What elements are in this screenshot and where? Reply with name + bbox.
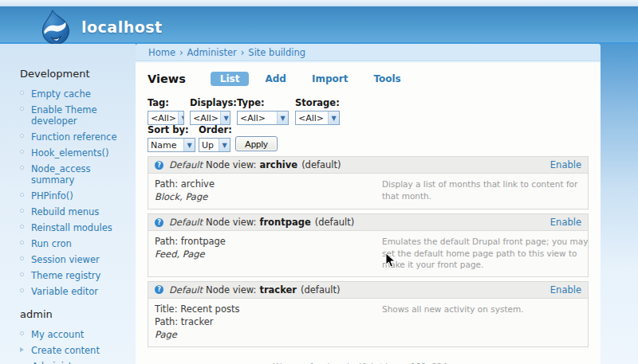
sort-by-label: Sort by: bbox=[148, 124, 195, 135]
view-displays: Block, Page bbox=[155, 190, 382, 203]
view-type: Default bbox=[169, 159, 203, 170]
enable-link[interactable]: Enable bbox=[550, 159, 581, 170]
breadcrumb: Home › Administer › Site building bbox=[136, 44, 601, 61]
filter-displays-label: Displays: bbox=[190, 97, 237, 108]
circle-bullet-icon bbox=[20, 225, 24, 229]
view-name: archive bbox=[259, 159, 297, 170]
displays-select[interactable]: <All>▼ bbox=[190, 111, 230, 125]
filter-type-label: Type: bbox=[237, 97, 289, 108]
dropdown-arrow-icon: ▼ bbox=[178, 112, 184, 124]
main-content: Views List Add Import Tools Tag: <All>▼ … bbox=[136, 61, 601, 364]
sidebar-item-variable-editor[interactable]: Variable editor bbox=[20, 286, 126, 297]
breadcrumb-separator: › bbox=[179, 47, 183, 58]
filter-storage-label: Storage: bbox=[295, 97, 340, 108]
circle-bullet-icon bbox=[20, 91, 24, 95]
dropdown-arrow-icon: ▼ bbox=[277, 112, 288, 124]
filter-tag: Tag: <All>▼ bbox=[148, 97, 184, 125]
sidebar-list-admin: My account Create content Administer Con… bbox=[20, 329, 136, 364]
screen: localhost Development Empty cache Enable… bbox=[0, 0, 638, 364]
sidebar-item-reinstall-modules[interactable]: Reinstall modules bbox=[20, 222, 126, 233]
views-list: ? Default Node view: archive (default) E… bbox=[148, 156, 589, 347]
sidebar-item-theme-registry[interactable]: Theme registry bbox=[20, 270, 126, 281]
view-name: tracker bbox=[259, 284, 297, 296]
circle-bullet-icon bbox=[20, 193, 24, 197]
tab-add[interactable]: Add bbox=[255, 72, 295, 86]
view-path: Path: tracker bbox=[155, 315, 382, 328]
sidebar-item-session-viewer[interactable]: Session viewer bbox=[20, 254, 126, 265]
filter-displays: Displays: <All>▼ bbox=[190, 97, 237, 125]
circle-bullet-icon bbox=[20, 288, 24, 292]
tab-import[interactable]: Import bbox=[302, 72, 357, 86]
dropdown-arrow-icon: ▼ bbox=[328, 112, 339, 124]
sidebar-item-function-reference[interactable]: Function reference bbox=[20, 131, 126, 143]
type-select[interactable]: <All>▼ bbox=[237, 111, 289, 125]
filters: Tag: <All>▼ Displays: <All>▼ Type: <All>… bbox=[148, 97, 589, 150]
breadcrumb-site-building[interactable]: Site building bbox=[248, 47, 305, 58]
view-suffix: (default) bbox=[301, 159, 341, 170]
circle-bullet-icon bbox=[20, 256, 24, 260]
tag-select[interactable]: <All>▼ bbox=[148, 111, 184, 125]
help-info-icon[interactable]: ? bbox=[155, 285, 163, 294]
tab-tools[interactable]: Tools bbox=[364, 72, 410, 86]
view-row-tracker: ? Default Node view: tracker (default) E… bbox=[148, 281, 589, 347]
site-name[interactable]: localhost bbox=[81, 18, 163, 36]
circle-bullet-icon bbox=[20, 331, 24, 335]
top-strip bbox=[0, 0, 638, 6]
sidebar-item-administer[interactable]: Administer bbox=[20, 361, 126, 364]
view-kind: Node view: bbox=[206, 284, 256, 296]
view-row-header: ? Default Node view: tracker (default) E… bbox=[148, 282, 588, 299]
order-select[interactable]: Up▼ bbox=[199, 138, 230, 152]
breadcrumb-administer[interactable]: Administer bbox=[187, 47, 237, 58]
sidebar-item-node-access-summary[interactable]: Node_access summary bbox=[20, 163, 126, 186]
view-kind: Node view: bbox=[206, 159, 256, 170]
sidebar-item-enable-theme-developer[interactable]: Enable Theme developer bbox=[20, 104, 126, 127]
filter-tag-label: Tag: bbox=[148, 97, 184, 108]
breadcrumb-home[interactable]: Home bbox=[148, 47, 175, 58]
sidebar-item-run-cron[interactable]: Run cron bbox=[20, 238, 126, 249]
sidebar-item-empty-cache[interactable]: Empty cache bbox=[20, 88, 126, 100]
sidebar-item-my-account[interactable]: My account bbox=[20, 329, 126, 340]
view-row-header: ? Default Node view: frontpage (default)… bbox=[148, 214, 588, 231]
sidebar-item-phpinfo[interactable]: PHPinfo() bbox=[20, 190, 126, 202]
view-displays: Feed, Page bbox=[155, 248, 382, 260]
circle-bullet-icon bbox=[20, 272, 24, 276]
view-type: Default bbox=[169, 284, 203, 296]
tabs: List Add Import Tools bbox=[211, 72, 417, 86]
help-info-icon[interactable]: ? bbox=[155, 218, 163, 227]
view-displays: Page bbox=[155, 328, 382, 341]
view-type: Default bbox=[169, 217, 203, 228]
enable-link[interactable]: Enable bbox=[550, 217, 581, 228]
sort-by-select[interactable]: Name▼ bbox=[148, 138, 195, 152]
view-row-header: ? Default Node view: archive (default) E… bbox=[148, 157, 588, 174]
help-info-icon[interactable]: ? bbox=[155, 161, 163, 170]
order-label: Order: bbox=[199, 124, 232, 135]
tab-list[interactable]: List bbox=[211, 72, 250, 86]
circle-bullet-icon bbox=[20, 107, 24, 111]
storage-select[interactable]: <All>▼ bbox=[295, 111, 340, 125]
filter-sort: Sort by: Name▼ bbox=[148, 124, 195, 152]
drupal-logo-icon bbox=[38, 10, 72, 45]
dropdown-arrow-icon: ▼ bbox=[220, 112, 230, 124]
sidebar: Development Empty cache Enable Theme dev… bbox=[0, 44, 136, 364]
circle-bullet-icon bbox=[20, 209, 24, 213]
circle-bullet-icon bbox=[20, 241, 24, 245]
circle-bullet-icon bbox=[20, 166, 24, 170]
filter-storage: Storage: <All>▼ bbox=[295, 97, 340, 125]
sidebar-item-create-content[interactable]: Create content bbox=[20, 345, 126, 356]
view-suffix: (default) bbox=[315, 217, 354, 228]
apply-button[interactable]: Apply bbox=[235, 136, 278, 151]
plugins-build-time: Views plugins build time: 169.894 ms bbox=[148, 362, 589, 364]
sidebar-section-title-admin: admin bbox=[20, 308, 136, 320]
view-name: frontpage bbox=[259, 217, 310, 228]
view-row-archive: ? Default Node view: archive (default) E… bbox=[148, 156, 589, 209]
view-description: Emulates the default Drupal front page; … bbox=[382, 235, 596, 271]
enable-link[interactable]: Enable bbox=[550, 284, 581, 296]
filter-order: Order: Up▼ bbox=[199, 124, 232, 152]
site-branding[interactable]: localhost bbox=[38, 10, 278, 45]
page-title: Views bbox=[148, 72, 186, 85]
circle-bullet-icon bbox=[20, 150, 24, 154]
view-description: Shows all new activity on system. bbox=[382, 303, 596, 341]
dropdown-arrow-icon: ▼ bbox=[219, 139, 230, 151]
sidebar-item-rebuild-menus[interactable]: Rebuild menus bbox=[20, 206, 126, 217]
sidebar-item-hook-elements[interactable]: Hook_elements() bbox=[20, 147, 126, 159]
